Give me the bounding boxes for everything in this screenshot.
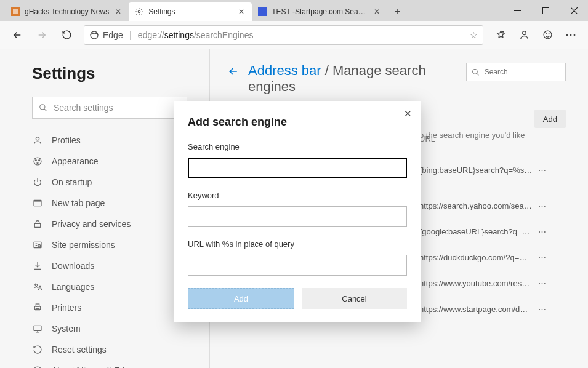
edge-icon	[89, 30, 99, 40]
tab-startpage[interactable]: TEST -Startpage.com Search resu ✕	[252, 2, 387, 21]
tab-ghacks[interactable]: gHacks Technology News ✕	[5, 2, 129, 21]
sidebar-item-downloads[interactable]: Downloads	[32, 255, 187, 276]
svg-rect-27	[34, 326, 41, 330]
new-tab-button[interactable]: +	[387, 2, 407, 21]
dialog-title: Add search engine	[188, 116, 407, 129]
sidebar-item-printers[interactable]: Printers	[32, 297, 187, 318]
engine-url: https://www.youtube.com/res…	[419, 279, 534, 288]
favicon-ghacks	[11, 7, 20, 16]
favorites-button[interactable]	[489, 24, 512, 46]
sidebar-item-label: Privacy and services	[52, 219, 131, 229]
back-arrow-icon[interactable]	[227, 65, 240, 78]
toolbar: Edge | edge://settings/searchEngines ☆	[0, 21, 588, 49]
sidebar-item-label: Appearance	[52, 156, 99, 166]
menu-button[interactable]	[560, 24, 582, 46]
sidebar-item-label: Languages	[52, 282, 94, 292]
tab-title: Settings	[148, 7, 232, 16]
search-placeholder: Search settings	[54, 103, 113, 113]
svg-point-6	[91, 31, 98, 39]
dialog-add-button[interactable]: Add	[188, 288, 294, 309]
feedback-button[interactable]	[536, 24, 558, 46]
url-column: URL {bing:baseURL}search?q=%s…⋯ https://…	[419, 134, 549, 322]
breadcrumb-link[interactable]: Address bar	[248, 63, 321, 78]
url-input[interactable]	[188, 255, 407, 276]
forward-button[interactable]	[31, 24, 53, 46]
favorite-star-icon[interactable]: ☆	[470, 30, 478, 40]
more-icon[interactable]: ⋯	[536, 227, 549, 236]
sidebar-item-newtab[interactable]: New tab page	[32, 193, 187, 214]
sidebar-item-privacy[interactable]: Privacy and services	[32, 214, 187, 234]
svg-rect-3	[258, 7, 267, 16]
profile-icon	[32, 135, 43, 145]
engine-row: https://search.yahoo.com/sea…⋯	[419, 193, 549, 218]
add-button[interactable]: Add	[534, 110, 566, 128]
page-title: Settings	[32, 64, 187, 83]
close-icon[interactable]: ✕	[373, 7, 381, 16]
close-icon[interactable]: ✕	[237, 7, 246, 16]
sidebar-item-about[interactable]: About Microsoft Edge	[32, 360, 187, 368]
site-identity[interactable]: Edge	[89, 30, 123, 40]
sidebar-item-profiles[interactable]: Profiles	[32, 130, 187, 151]
field-label-url: URL with %s in place of query	[188, 239, 407, 249]
field-label-keyword: Keyword	[188, 191, 407, 200]
titlebar: gHacks Technology News ✕ Settings ✕ TEST…	[0, 0, 588, 21]
keyword-input[interactable]	[188, 206, 407, 227]
engine-row: https://www.startpage.com/d…⋯	[419, 296, 549, 322]
svg-rect-4	[514, 10, 521, 11]
sidebar-item-label: On startup	[52, 177, 92, 187]
address-bar[interactable]: Edge | edge://settings/searchEngines ☆	[84, 25, 483, 45]
refresh-button[interactable]	[55, 24, 78, 46]
svg-rect-5	[542, 7, 549, 14]
engine-url: https://www.startpage.com/d…	[419, 305, 534, 314]
back-button[interactable]	[6, 24, 28, 46]
sidebar-item-label: System	[52, 324, 81, 334]
search-engine-input[interactable]	[188, 158, 407, 178]
svg-point-2	[138, 10, 140, 13]
sidebar-item-onstartup[interactable]: On startup	[32, 172, 187, 193]
svg-rect-26	[36, 308, 39, 311]
sidebar-item-reset[interactable]: Reset settings	[32, 339, 187, 360]
search-settings-input[interactable]: Search settings	[32, 97, 187, 119]
sidebar-item-label: About Microsoft Edge	[52, 366, 134, 368]
more-icon[interactable]: ⋯	[536, 201, 549, 210]
sidebar-item-appearance[interactable]: Appearance	[32, 151, 187, 172]
search-placeholder: Search	[485, 68, 508, 76]
svg-point-8	[544, 31, 552, 39]
svg-rect-25	[36, 304, 39, 306]
permissions-icon	[32, 240, 43, 250]
close-icon[interactable]: ✕	[114, 7, 123, 16]
tab-strip: gHacks Technology News ✕ Settings ✕ TEST…	[0, 0, 407, 21]
more-icon[interactable]: ⋯	[536, 166, 549, 175]
tab-settings[interactable]: Settings ✕	[129, 2, 252, 21]
svg-point-15	[36, 137, 39, 140]
svg-point-13	[574, 34, 576, 36]
sidebar-item-system[interactable]: System	[32, 318, 187, 339]
engine-row: {bing:baseURL}search?q=%s…⋯	[419, 157, 549, 183]
maximize-button[interactable]	[531, 0, 560, 21]
sidebar-item-label: Site permissions	[52, 240, 115, 250]
dialog-cancel-button[interactable]: Cancel	[302, 288, 407, 309]
power-icon	[32, 177, 43, 187]
more-icon[interactable]: ⋯	[536, 279, 549, 288]
sidebar-item-label: Downloads	[52, 261, 94, 271]
search-engines-input[interactable]: Search	[466, 63, 566, 81]
more-icon[interactable]: ⋯	[536, 305, 549, 314]
engine-row: https://duckduckgo.com/?q=…⋯	[419, 244, 549, 270]
more-icon[interactable]: ⋯	[536, 253, 549, 262]
sidebar-item-sitepermissions[interactable]: Site permissions	[32, 234, 187, 255]
minimize-button[interactable]	[503, 0, 531, 21]
tab-title: gHacks Technology News	[25, 7, 109, 16]
close-window-button[interactable]	[560, 0, 588, 21]
engine-url: {google:baseURL}search?q=%…	[419, 227, 534, 236]
newtab-icon	[32, 198, 43, 208]
identity-label: Edge	[103, 30, 123, 40]
add-search-engine-dialog: ✕ Add search engine Search engine Keywor…	[174, 101, 421, 322]
appearance-icon	[32, 156, 43, 166]
window-controls	[503, 0, 588, 21]
engine-row: {google:baseURL}search?q=%…⋯	[419, 218, 549, 244]
sidebar-item-label: Printers	[52, 303, 81, 313]
profile-button[interactable]	[513, 24, 535, 46]
close-icon[interactable]: ✕	[404, 108, 412, 119]
column-header-url: URL	[419, 134, 549, 143]
sidebar-item-languages[interactable]: Languages	[32, 276, 187, 297]
